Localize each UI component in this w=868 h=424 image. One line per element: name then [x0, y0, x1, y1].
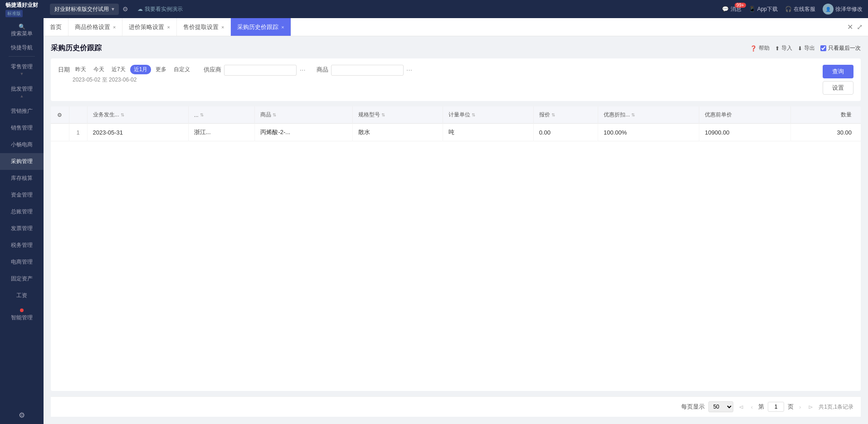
- th-discount[interactable]: 优惠折扣... ⇅: [598, 106, 699, 124]
- export-button[interactable]: ⬇ 导出: [798, 44, 815, 52]
- import-button[interactable]: ⬆ 导入: [775, 44, 792, 52]
- close-icon[interactable]: ×: [281, 24, 284, 30]
- sidebar-item-retail[interactable]: 零售管理 ▼: [0, 58, 44, 81]
- only-last-checkbox[interactable]: [820, 45, 826, 51]
- sidebar-item-purchase[interactable]: 采购管理: [0, 153, 44, 170]
- first-page-button[interactable]: ⊲: [737, 403, 746, 411]
- th-unit[interactable]: 计量单位 ⇅: [443, 106, 533, 124]
- th-date[interactable]: 业务发生... ⇅: [87, 106, 188, 124]
- close-icon[interactable]: ×: [113, 24, 116, 30]
- sidebar-item-salary[interactable]: 工资: [0, 287, 44, 304]
- export-icon: ⬇: [798, 45, 802, 52]
- tab-sale-extract-label: 售价提取设置: [183, 23, 219, 31]
- sort-icon[interactable]: ⇅: [121, 112, 124, 117]
- expand-icon[interactable]: ⤢: [855, 23, 864, 31]
- th-date-label: 业务发生...: [93, 111, 119, 119]
- date-option-today[interactable]: 今天: [91, 65, 107, 74]
- online-service-label: 在线客服: [794, 5, 815, 13]
- prev-page-button[interactable]: ‹: [749, 403, 755, 411]
- page-content: 采购历史价跟踪 ❓ 帮助 ⬆ 导入 ⬇ 导出: [44, 36, 868, 424]
- close-icon[interactable]: ×: [167, 24, 170, 30]
- td-spec: 散水: [352, 124, 443, 141]
- sidebar-item-ledger[interactable]: 总账管理: [0, 203, 44, 220]
- th-setting[interactable]: ⚙: [51, 106, 69, 124]
- tab-sale-extract[interactable]: 售价提取设置 ×: [177, 18, 231, 36]
- th-goods-label: 商品: [260, 111, 271, 119]
- th-more-label: ...: [194, 112, 199, 118]
- tab-purchase-strategy[interactable]: 进价策略设置 ×: [122, 18, 176, 36]
- sidebar-item-invoice[interactable]: 发票管理: [0, 220, 44, 237]
- edition-selector[interactable]: 好业财标准版交付试用 ▾: [50, 4, 119, 15]
- sidebar-item-intelligent[interactable]: 智能管理: [0, 304, 44, 326]
- tab-purchase-history-label: 采购历史价跟踪: [237, 23, 278, 31]
- supplier-input[interactable]: [224, 65, 297, 76]
- next-page-button[interactable]: ›: [797, 403, 803, 411]
- user-label: 徐泽华修改: [835, 5, 863, 13]
- tab-price-settings[interactable]: 商品价格设置 ×: [68, 18, 122, 36]
- per-page-select[interactable]: 50 100 200: [708, 401, 733, 412]
- th-goods[interactable]: 商品 ⇅: [255, 106, 352, 124]
- td-unit: 吨: [443, 124, 533, 141]
- tab-bar-actions: ✕ ⤢: [845, 23, 868, 31]
- sidebar-item-sales[interactable]: 销售管理: [0, 120, 44, 136]
- sidebar-item-inventory[interactable]: 库存核算: [0, 170, 44, 187]
- sidebar-search[interactable]: 🔍 搜索菜单: [0, 18, 44, 41]
- goods-input[interactable]: [331, 65, 404, 76]
- tab-home[interactable]: 首页: [44, 18, 68, 36]
- user-menu-button[interactable]: 👤 徐泽华修改: [823, 4, 863, 14]
- th-spec[interactable]: 规格型号 ⇅: [352, 106, 443, 124]
- sidebar-quicknav[interactable]: 快捷导航: [0, 41, 44, 54]
- sort-icon[interactable]: ⇅: [551, 112, 555, 117]
- th-unit-price[interactable]: 优惠前单价: [699, 106, 791, 124]
- th-quantity[interactable]: 数量: [791, 106, 861, 124]
- th-more[interactable]: ... ⇅: [188, 106, 255, 124]
- td-unit-price: 10900.00: [699, 124, 791, 141]
- page-input[interactable]: [768, 402, 784, 412]
- sidebar-item-wholesale[interactable]: 批发管理 ▲: [0, 81, 44, 103]
- help-button[interactable]: ❓ 帮助: [750, 44, 770, 52]
- td-date: 2023-05-31: [87, 124, 188, 141]
- sidebar-item-assets[interactable]: 固定资产: [0, 270, 44, 287]
- supplier-more-icon[interactable]: ···: [299, 66, 305, 74]
- sidebar-item-marketing[interactable]: 营销推广: [0, 103, 44, 120]
- per-page-label: 每页显示: [681, 403, 705, 411]
- sort-icon[interactable]: ⇅: [273, 112, 276, 117]
- close-window-button[interactable]: ✕: [845, 23, 855, 31]
- sort-icon[interactable]: ⇅: [381, 112, 385, 117]
- message-button[interactable]: 💬 消息 99+: [722, 5, 741, 13]
- th-price[interactable]: 报价 ⇅: [533, 106, 598, 124]
- app-download-button[interactable]: 📱 App下载: [749, 5, 778, 13]
- close-icon[interactable]: ×: [221, 24, 224, 30]
- sidebar-item-label: 发票管理: [11, 225, 33, 232]
- tab-bar: 首页 商品价格设置 × 进价策略设置 × 售价提取设置 × 采购历史价跟踪 ×: [44, 18, 868, 36]
- tab-purchase-history[interactable]: 采购历史价跟踪 ×: [231, 18, 291, 36]
- date-option-1month[interactable]: 近1月: [130, 65, 151, 74]
- date-option-more[interactable]: 更多: [153, 65, 169, 74]
- demo-button[interactable]: ☁ 我要看实例演示: [136, 5, 183, 13]
- column-setting-icon[interactable]: ⚙: [57, 112, 62, 118]
- setting-button[interactable]: 设置: [823, 81, 853, 95]
- date-option-yesterday[interactable]: 昨天: [73, 65, 89, 74]
- sidebar-settings-button[interactable]: ⚙: [0, 406, 44, 424]
- sort-icon[interactable]: ⇅: [631, 112, 635, 117]
- sort-icon[interactable]: ⇅: [472, 112, 475, 117]
- pagination-bar: 每页显示 50 100 200 ⊲ ‹ 第 页 › ⊳ 共1页,1条记录: [51, 396, 861, 417]
- online-service-button[interactable]: 🎧 在线客服: [785, 5, 815, 13]
- goods-more-icon[interactable]: ···: [406, 66, 412, 74]
- date-option-custom[interactable]: 自定义: [171, 65, 193, 74]
- date-filter-label: 日期: [58, 65, 70, 74]
- gear-icon[interactable]: ⚙: [122, 5, 128, 13]
- query-button[interactable]: 查询: [823, 65, 853, 78]
- sort-icon[interactable]: ⇅: [200, 112, 204, 117]
- sidebar-item-ecommerce-xc[interactable]: 小畅电商: [0, 136, 44, 153]
- sidebar-divider: [9, 56, 35, 57]
- import-icon: ⬆: [775, 45, 780, 52]
- sidebar-item-finance[interactable]: 资金管理: [0, 187, 44, 203]
- last-page-button[interactable]: ⊳: [806, 403, 815, 411]
- sidebar-item-tax[interactable]: 税务管理: [0, 237, 44, 254]
- date-option-7days[interactable]: 近7天: [109, 65, 128, 74]
- import-label: 导入: [781, 44, 792, 52]
- sidebar-item-ecommerce[interactable]: 电商管理: [0, 254, 44, 270]
- page-title: 采购历史价跟踪: [51, 43, 102, 53]
- th-unit-price-label: 优惠前单价: [705, 111, 732, 119]
